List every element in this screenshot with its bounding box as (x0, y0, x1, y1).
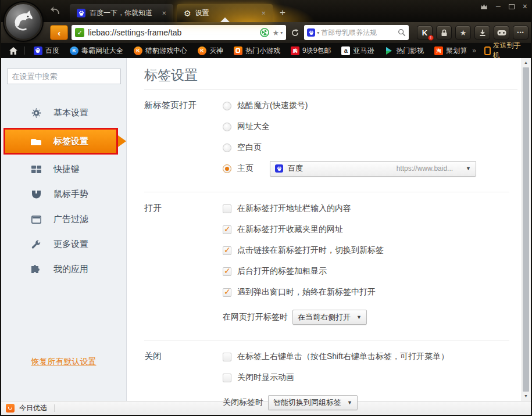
bookmark-9k9[interactable]: 购 9块9包邮 (285, 43, 336, 58)
tab-title: 设置 (195, 8, 256, 18)
lock-icon (441, 29, 448, 37)
sidebar-item-label: 快捷键 (53, 164, 80, 175)
checkbox-rightclick-close[interactable] (223, 353, 231, 361)
checkbox-close-animation[interactable] (223, 374, 231, 382)
history-back-arrow-icon[interactable] (50, 6, 60, 15)
tab-close-icon[interactable]: × (260, 9, 267, 17)
page-title: 标签设置 (144, 66, 517, 89)
vertical-scrollbar[interactable]: ▲ ▼ (521, 58, 531, 401)
refresh-icon[interactable] (290, 28, 301, 37)
gear-icon: ⚙ (184, 9, 191, 18)
liebao-cheetah-logo-icon[interactable] (4, 2, 42, 41)
homepage-url: https://www.baid... (397, 164, 453, 173)
inline-label: 在网页打开标签时 (223, 312, 288, 322)
sidebar-item-ad-filter[interactable]: 广告过滤 (1, 207, 126, 232)
checkbox-open-favorites-newtab[interactable] (223, 225, 231, 234)
homepage-select[interactable]: 百度 https://www.baid... ▼ (270, 161, 476, 177)
checkbox-label: 在标签上右键单击（按住Shift右键单击标签，可打开菜单） (237, 352, 449, 362)
search-box[interactable]: ▾ 首部母乳喂养法规 (304, 25, 409, 40)
wrench-icon (30, 240, 42, 249)
mouse-icon (30, 189, 42, 199)
skin-theme-icon[interactable] (480, 3, 488, 10)
site-safe-check-icon: ✓ (75, 28, 84, 37)
back-button[interactable]: ‹ (50, 25, 68, 40)
sidebar-item-shortcuts[interactable]: 快捷键 (1, 157, 126, 182)
tab-position-row: 在网页打开标签时 在当前右侧打开 ▼ (223, 307, 517, 327)
bookmark-duba-sites[interactable]: K 毒霸网址大全 (65, 43, 128, 58)
checkbox-label: 在新标签打开地址栏输入的内容 (237, 203, 351, 214)
download-icon (479, 29, 486, 37)
checkbox-switch-to-newtab[interactable] (223, 246, 231, 255)
download-button[interactable] (474, 26, 490, 40)
bookmark-hot-movies[interactable]: 热门影视 (379, 43, 429, 58)
k-orange-favicon: K (198, 46, 206, 55)
radio-cube[interactable] (223, 102, 231, 110)
favorites-button[interactable]: ★ (455, 26, 471, 40)
bookmark-juhuasuan[interactable]: 淘 聚划算 (429, 43, 472, 58)
sidebar-item-my-apps[interactable]: 我的应用 (1, 257, 126, 282)
chevron-down-icon[interactable]: ▼ (466, 166, 471, 171)
bookmark-mini-games[interactable]: 热门小游戏 (228, 43, 285, 58)
sidebar-item-tab-settings[interactable]: 标签设置 (3, 128, 118, 155)
bookmark-label: 热门小游戏 (245, 46, 280, 56)
checkbox-row: 在标签上右键单击（按住Shift右键单击标签，可打开菜单） (223, 346, 517, 367)
bookmark-star-icon[interactable]: ★▾ (273, 28, 283, 37)
baidu-favicon (275, 164, 283, 173)
reset-all-defaults-link[interactable]: 恢复所有默认设置 (1, 357, 126, 367)
baidu-search-engine-icon[interactable] (307, 28, 315, 37)
security-lock-button[interactable] (436, 26, 452, 40)
section-divider (144, 192, 509, 192)
close-window-button[interactable]: × (523, 2, 527, 10)
radio-label: 空白页 (237, 142, 262, 153)
checkbox-bold-background-tabs[interactable] (223, 267, 231, 276)
tab-baidu[interactable]: 百度一下，你就知道 × (70, 4, 173, 22)
tab-title: 百度一下，你就知道 (90, 8, 156, 18)
bookmark-mieshen[interactable]: K 灭神 (192, 43, 228, 58)
maximize-button[interactable] (509, 4, 515, 9)
bookmark-amazon[interactable]: a 亚马逊 (336, 43, 379, 58)
home-icon[interactable] (6, 47, 21, 55)
url-field[interactable]: ✓ liebao://settings-frame/tab ★▾ (72, 25, 286, 40)
game-center-button[interactable] (494, 26, 509, 40)
url-text[interactable]: liebao://settings-frame/tab (88, 28, 256, 37)
sidebar-item-mouse-gestures[interactable]: 鼠标手势 (1, 182, 126, 207)
gamepad-icon (497, 30, 506, 36)
settings-search-input[interactable] (7, 69, 121, 84)
bookmark-baidu[interactable]: 百度 (28, 43, 65, 58)
homepage-name: 百度 (288, 163, 303, 174)
bookmarks-overflow-chevron-icon[interactable]: » (472, 46, 476, 55)
speed-mode-icon[interactable] (260, 28, 269, 37)
menu-more-button[interactable]: ••• (513, 26, 529, 40)
tab-close-icon[interactable]: × (160, 9, 167, 17)
send-to-phone-button[interactable]: 发送到手机 (493, 41, 526, 60)
group-label: 打开 (144, 198, 223, 327)
checkbox-popup-in-newtab[interactable] (223, 288, 231, 297)
bookmark-game-center[interactable]: K 猎豹游戏中心 (128, 43, 192, 58)
checkbox-open-addressbar-input[interactable] (223, 205, 231, 213)
duba-k-button[interactable]: K ! (417, 26, 433, 40)
notification-badge: ! (428, 35, 434, 41)
sidebar-item-more-settings[interactable]: 更多设置 (1, 232, 126, 257)
engine-caret-icon[interactable]: ▾ (317, 30, 319, 35)
radio-row-site-nav: 网址大全 (223, 116, 517, 137)
title-tab-bar: 百度一下，你就知道 × ⚙ 设置 × + ─ × (1, 0, 531, 22)
tab-position-select[interactable]: 在当前右侧打开 ▼ (292, 310, 367, 325)
search-suggestion-text[interactable]: 首部母乳喂养法规 (321, 28, 396, 38)
tab-settings[interactable]: ⚙ 设置 × (177, 4, 273, 22)
phone-icon (484, 46, 491, 55)
checkbox-label: 后台打开的标签加粗显示 (237, 266, 327, 277)
daily-picks-button[interactable]: 今日优选 (19, 403, 47, 413)
radio-homepage[interactable] (223, 164, 231, 173)
radio-blank-page[interactable] (223, 144, 231, 152)
scroll-up-icon[interactable]: ▲ (524, 59, 528, 66)
close-tab-behavior-select[interactable]: 智能切换到同组标签 ▼ (268, 395, 358, 410)
new-tab-button[interactable]: + (273, 7, 291, 22)
scrollbar-thumb[interactable] (523, 67, 529, 392)
magnifier-icon[interactable] (398, 28, 406, 37)
sidebar-item-basic-settings[interactable]: 基本设置 (1, 101, 126, 125)
radio-site-nav[interactable] (223, 123, 231, 131)
minimize-button[interactable]: ─ (496, 2, 501, 10)
scroll-down-icon[interactable]: ▼ (524, 393, 528, 400)
group-label: 新标签页打开 (144, 95, 223, 179)
section-divider (144, 340, 509, 340)
